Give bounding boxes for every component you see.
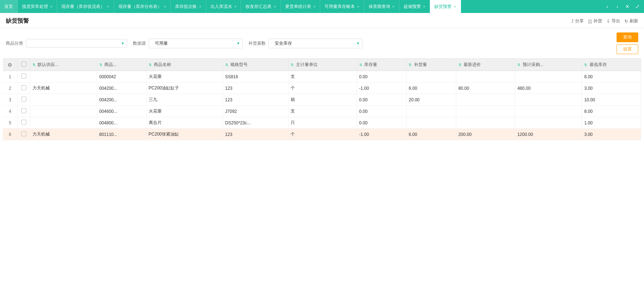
column-checkbox[interactable] [17, 59, 30, 71]
right-buttons: 查询 设置 [617, 32, 638, 54]
row-index: 4 [3, 106, 17, 117]
close-icon[interactable]: × [357, 4, 359, 9]
column-spec[interactable]: ⇅ 规格型号 [223, 59, 288, 71]
row-checkbox[interactable] [21, 120, 26, 125]
share-button[interactable]: ⤴ 分享 [571, 18, 584, 24]
tab-summary[interactable]: 收发存汇总表 × [241, 0, 280, 13]
row-supplement [406, 71, 456, 83]
nav-expand-button[interactable]: ⤢ [632, 1, 643, 12]
row-checkbox-cell[interactable] [17, 106, 30, 117]
query-button[interactable]: 查询 [617, 32, 638, 42]
sort-icon: ⇅ [99, 63, 102, 67]
row-product-code: 004200... [97, 94, 146, 106]
sort-icon: ⇅ [291, 63, 293, 67]
column-stock[interactable]: ⇅ 库存量 [357, 59, 406, 71]
close-icon[interactable]: × [50, 4, 52, 9]
row-product-code: 004200... [97, 83, 146, 94]
row-supplier: 力天机械 [30, 83, 97, 94]
tab-pick-exception[interactable]: 拣货异常处理 × [18, 0, 57, 13]
close-icon[interactable]: × [423, 4, 425, 9]
close-icon[interactable]: × [454, 4, 456, 9]
tab-overstock[interactable]: 超储预警 × [399, 0, 430, 13]
tab-expiry[interactable]: 保质期查询 × [364, 0, 399, 13]
table-row: 1 0000042 火花塞 SS816 支 0.00 8.00 [3, 71, 641, 83]
column-latest-price[interactable]: ⇅ 最新进价 [456, 59, 515, 71]
tab-home[interactable]: 首页 [0, 0, 18, 13]
row-stock: -1.00 [357, 83, 406, 94]
tab-stock-status[interactable]: 现存量（库存状况表） × [57, 0, 114, 13]
close-icon[interactable]: × [274, 4, 276, 9]
row-checkbox-cell[interactable] [17, 129, 30, 140]
row-stock: 0.00 [357, 106, 406, 117]
tab-stock-dist[interactable]: 现存量（库存分布表） × [114, 0, 171, 13]
row-checkbox[interactable] [21, 85, 26, 90]
settings-button[interactable]: 设置 [617, 44, 638, 54]
column-product-code[interactable]: ⇅ 商品... [97, 59, 146, 71]
column-unit[interactable]: ⇅ 主计量单位 [288, 59, 357, 71]
column-supplement[interactable]: ⇅ 补货量 [406, 59, 456, 71]
tab-batch-account[interactable]: 库存批次账 × [171, 0, 206, 13]
close-icon[interactable]: × [234, 4, 236, 9]
row-latest-price: 80.00 [456, 83, 515, 94]
row-checkbox[interactable] [21, 131, 26, 136]
row-spec: 123 [223, 83, 288, 94]
column-product-name[interactable]: ⇅ 商品名称 [146, 59, 223, 71]
row-index: 5 [3, 117, 17, 129]
supplement-base-select[interactable]: 安全库存 ▾ [269, 39, 362, 48]
row-min-stock: 10.00 [582, 94, 641, 106]
row-latest-price [456, 94, 515, 106]
column-supplier[interactable]: ⇅ 默认供应... [30, 59, 97, 71]
close-icon[interactable]: × [313, 4, 316, 9]
table-row: 5 004800... 离合片 DS250*23c... 只 0.00 1.00 [3, 117, 641, 129]
row-latest-price [456, 71, 515, 83]
row-stock: 0.00 [357, 94, 406, 106]
row-product-name: 火花塞 [146, 71, 223, 83]
row-checkbox-cell[interactable] [17, 83, 30, 94]
row-stock: 0.00 [357, 71, 406, 83]
row-unit: 个 [288, 129, 357, 140]
export-button[interactable]: ⇩ 导出 [606, 18, 620, 24]
supplement-button[interactable]: ◫ 补货 [588, 18, 602, 24]
row-checkbox-cell[interactable] [17, 94, 30, 106]
row-index: 6 [3, 129, 17, 140]
row-checkbox-cell[interactable] [17, 71, 30, 83]
close-icon[interactable]: × [164, 4, 166, 9]
table-row: 6 力天机械 801110... PC200张紧油缸 123 个 -1.00 6… [3, 129, 641, 140]
tab-shortage[interactable]: 缺货预警 × [430, 0, 461, 13]
close-icon[interactable]: × [199, 4, 201, 9]
nav-prev-button[interactable]: ‹ [602, 1, 612, 12]
tab-flow[interactable]: 出入库流水 × [206, 0, 241, 13]
filter-area: 商品分类 ▾ 数据源 可用量 ▾ 补货基数 安全库存 ▾ 查询 设置 [0, 28, 644, 58]
column-min-stock[interactable]: ⇅ 最低库存 [582, 59, 641, 71]
column-gear[interactable]: ⚙ [3, 59, 17, 71]
sort-icon: ⇅ [458, 63, 461, 67]
nav-close-button[interactable]: ✕ [622, 1, 632, 12]
chevron-down-icon: ▾ [237, 41, 239, 46]
row-min-stock: 8.00 [582, 71, 641, 83]
row-product-code: 004600... [97, 106, 146, 117]
close-icon[interactable]: × [107, 4, 109, 9]
row-unit: 支 [288, 71, 357, 83]
nav-next-button[interactable]: › [612, 1, 622, 12]
category-select[interactable]: ▾ [26, 39, 127, 48]
row-latest-price [456, 117, 515, 129]
row-spec: SS816 [223, 71, 288, 83]
datasource-select[interactable]: 可用量 ▾ [149, 39, 243, 48]
share-icon: ⤴ [571, 19, 574, 24]
row-checkbox[interactable] [21, 74, 26, 79]
export-icon: ⇩ [606, 19, 610, 24]
row-stock: 0.00 [357, 117, 406, 129]
column-estimated-purchase[interactable]: ⇅ 预计采购... [515, 59, 582, 71]
select-all-checkbox[interactable] [21, 62, 26, 67]
refresh-button[interactable]: ↻ 刷新 [625, 18, 638, 24]
gear-icon[interactable]: ⚙ [8, 62, 12, 68]
row-checkbox[interactable] [21, 108, 26, 113]
close-icon[interactable]: × [392, 4, 395, 9]
page-title: 缺货预警 [6, 17, 29, 25]
row-checkbox[interactable] [21, 97, 26, 102]
tab-order-stats[interactable]: 要货单统计表 × [281, 0, 320, 13]
row-checkbox-cell[interactable] [17, 117, 30, 129]
row-index: 1 [3, 71, 17, 83]
tab-available-stock[interactable]: 可用量库存账本 × [320, 0, 364, 13]
table-row: 2 力天机械 004200... PC200油缸缸子 123 个 -1.00 6… [3, 83, 641, 94]
